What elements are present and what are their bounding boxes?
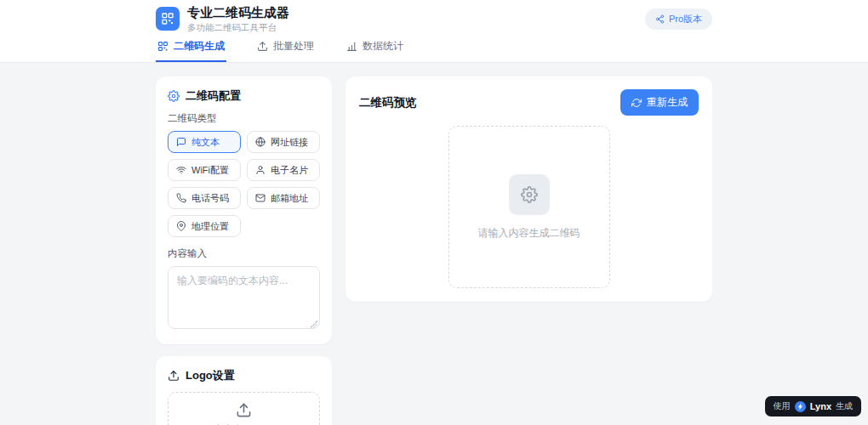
tab-batch-process[interactable]: 批量处理 bbox=[255, 37, 316, 62]
badge-brand: Lynx bbox=[810, 401, 831, 411]
pro-nodes-icon bbox=[655, 14, 665, 24]
qr-code-icon bbox=[157, 41, 168, 52]
message-square-icon bbox=[176, 137, 186, 147]
app-subtitle: 多功能二维码工具平台 bbox=[187, 22, 289, 32]
made-with-lynx-badge[interactable]: 使用 Lynx 生成 bbox=[765, 396, 861, 416]
qr-type-label: 二维码类型 bbox=[168, 112, 320, 125]
phone-icon bbox=[176, 193, 186, 203]
placeholder-gear-icon bbox=[509, 174, 550, 215]
upload-icon bbox=[257, 41, 268, 52]
content-input[interactable] bbox=[168, 266, 320, 329]
type-label: 地理位置 bbox=[191, 220, 229, 233]
app-header: 专业二维码生成器 多功能二维码工具平台 Pro版本 二维码生成批量处理数据统计 bbox=[0, 0, 868, 63]
type-vcard[interactable]: 电子名片 bbox=[247, 159, 320, 181]
type-email-address[interactable]: 邮箱地址 bbox=[247, 187, 320, 209]
type-label: 纯文本 bbox=[191, 136, 220, 149]
type-label: 网址链接 bbox=[271, 136, 308, 149]
bar-chart-icon bbox=[346, 41, 357, 52]
gear-icon bbox=[168, 90, 180, 102]
preview-empty-text: 请输入内容生成二维码 bbox=[478, 226, 580, 241]
type-label: 电话号码 bbox=[191, 192, 229, 205]
logo-settings-card: Logo设置 点击上传Logo bbox=[156, 356, 332, 425]
regenerate-button-label: 重新生成 bbox=[647, 95, 688, 110]
type-plain-text[interactable]: 纯文本 bbox=[168, 131, 241, 153]
tab-data-stats[interactable]: 数据统计 bbox=[345, 37, 405, 62]
badge-prefix: 使用 bbox=[774, 400, 791, 412]
pro-version-badge[interactable]: Pro版本 bbox=[645, 8, 712, 30]
pro-badge-label: Pro版本 bbox=[669, 13, 702, 26]
qr-preview-placeholder: 请输入内容生成二维码 bbox=[448, 126, 610, 288]
lynx-logo-icon bbox=[795, 401, 806, 412]
tab-label: 批量处理 bbox=[273, 39, 314, 54]
content-input-label: 内容输入 bbox=[168, 247, 320, 260]
tab-label: 二维码生成 bbox=[174, 39, 225, 54]
logo-upload-zone[interactable]: 点击上传Logo bbox=[168, 392, 320, 425]
badge-suffix: 生成 bbox=[836, 400, 853, 412]
config-card-title: 二维码配置 bbox=[186, 88, 241, 104]
mail-icon bbox=[255, 193, 266, 203]
user-icon bbox=[255, 165, 266, 175]
tab-qr-generate[interactable]: 二维码生成 bbox=[156, 37, 226, 62]
type-label: 电子名片 bbox=[271, 164, 308, 177]
brand: 专业二维码生成器 多功能二维码工具平台 bbox=[156, 5, 289, 31]
type-wifi-config[interactable]: WiFi配置 bbox=[168, 159, 241, 181]
map-pin-icon bbox=[176, 221, 186, 231]
type-label: WiFi配置 bbox=[191, 164, 229, 177]
qr-type-grid: 纯文本网址链接WiFi配置电子名片电话号码邮箱地址地理位置 bbox=[168, 131, 320, 237]
qr-logo-icon bbox=[156, 7, 180, 31]
type-phone-number[interactable]: 电话号码 bbox=[168, 187, 241, 209]
wifi-icon bbox=[176, 165, 186, 175]
regenerate-button[interactable]: 重新生成 bbox=[620, 89, 699, 116]
globe-icon bbox=[255, 137, 266, 147]
type-geo-location[interactable]: 地理位置 bbox=[168, 215, 241, 237]
tab-bar: 二维码生成批量处理数据统计 bbox=[156, 37, 712, 62]
type-label: 邮箱地址 bbox=[271, 192, 308, 205]
app-title: 专业二维码生成器 bbox=[187, 5, 289, 20]
type-url-link[interactable]: 网址链接 bbox=[247, 131, 320, 153]
qr-config-card: 二维码配置 二维码类型 纯文本网址链接WiFi配置电子名片电话号码邮箱地址地理位… bbox=[156, 76, 332, 344]
refresh-icon bbox=[631, 98, 642, 108]
logo-card-title: Logo设置 bbox=[186, 368, 235, 383]
tab-label: 数据统计 bbox=[363, 39, 403, 54]
qr-preview-card: 二维码预览 重新生成 请输入内容生成二维码 bbox=[345, 76, 712, 302]
upload-icon bbox=[168, 370, 180, 382]
preview-title: 二维码预览 bbox=[359, 95, 417, 110]
upload-cloud-icon bbox=[236, 402, 252, 418]
